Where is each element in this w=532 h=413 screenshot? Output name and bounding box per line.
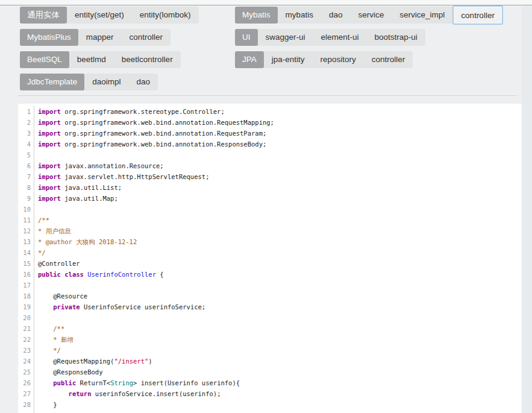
code-line-text[interactable]: import javax.servlet.http.HttpServletReq… <box>34 171 209 182</box>
code-line-text[interactable] <box>34 312 38 323</box>
template-button-service-impl[interactable]: service_impl <box>392 7 452 24</box>
template-button-controller[interactable]: controller <box>364 51 413 68</box>
code-line-text[interactable]: import javax.annotation.Resource; <box>34 160 164 171</box>
line-number: 12 <box>18 225 34 236</box>
template-button-daoimpl[interactable]: daoimpl <box>84 74 128 90</box>
code-line: 24 @RequestMapping("/insert") <box>18 356 522 367</box>
code-line: 12* 用户信息 <box>18 225 522 236</box>
code-token: @Resource <box>38 292 87 300</box>
line-number: 2 <box>18 117 34 128</box>
code-line-text[interactable] <box>34 280 38 291</box>
template-button-entity-lombok[interactable]: entity(lombok) <box>132 7 199 24</box>
code-line: 15@Controller <box>18 258 522 269</box>
code-line-text[interactable]: import org.springframework.stereotype.Co… <box>34 106 225 117</box>
code-line-text[interactable]: @ResponseBody <box>34 367 102 377</box>
code-line-text[interactable]: * 用户信息 <box>34 225 71 236</box>
code-line-text[interactable]: * @author 大狼狗 2018-12-12 <box>34 236 137 247</box>
code-line: 21 /** <box>18 323 522 334</box>
template-button-mapper[interactable]: mapper <box>78 29 122 46</box>
toolbar-group-left-group-0: 通用实体entity(set/get)entity(lombok) <box>20 7 199 24</box>
code-token: ) <box>148 358 152 365</box>
code-line-text[interactable]: * 新增 <box>34 334 74 345</box>
code-token: public <box>53 379 76 386</box>
code-line-text[interactable]: @Controller <box>34 258 80 269</box>
code-line-text[interactable]: private UserinfoService userinfoService; <box>34 301 205 312</box>
line-number: 25 <box>18 367 34 377</box>
template-button-service[interactable]: service <box>351 7 392 24</box>
code-line-text[interactable]: import java.util.Map; <box>34 193 118 204</box>
template-button-jpa-entity[interactable]: jpa-entity <box>264 51 313 68</box>
toolbar-group-jpa: JPAjpa-entityrepositorycontroller <box>235 51 413 68</box>
code-line: 3import org.springframework.web.bind.ann… <box>18 128 522 139</box>
template-button-swagger-ui[interactable]: swagger-ui <box>258 29 313 46</box>
line-number: 11 <box>18 215 34 225</box>
code-token: > insert(Userinfo userinfo){ <box>133 379 240 386</box>
code-line: 2import org.springframework.web.bind.ann… <box>18 117 522 128</box>
code-line-text[interactable]: /** <box>34 323 64 334</box>
template-button-beetlcontroller[interactable]: beetlcontroller <box>114 51 181 68</box>
group-label-left-group-0: 通用实体 <box>20 7 67 24</box>
code-line-text[interactable]: import org.springframework.web.bind.anno… <box>34 139 266 150</box>
code-line: 13* @author 大狼狗 2018-12-12 <box>18 236 522 247</box>
code-token: import <box>38 140 61 148</box>
code-token: org.springframework.web.bind.annotation.… <box>61 140 266 148</box>
code-token: javax.servlet.http.HttpServletRequest; <box>61 173 210 180</box>
code-token: import <box>38 195 61 202</box>
code-line: 18 @Resource <box>18 291 522 301</box>
code-line-text[interactable] <box>34 150 38 160</box>
code-line-text[interactable]: return userinfoService.insert(userinfo); <box>34 388 221 399</box>
code-line-text[interactable]: */ <box>34 345 61 356</box>
code-token: */ <box>38 347 61 354</box>
code-token: userinfoService.insert(userinfo); <box>92 390 221 397</box>
code-line: 25 @ResponseBody <box>18 367 522 377</box>
code-token: org.springframework.web.bind.annotation.… <box>61 119 274 126</box>
code-line-text[interactable]: /** <box>34 215 49 225</box>
group-label-mybatisplus: MybatisPlus <box>20 29 78 46</box>
line-number: 28 <box>18 399 34 410</box>
code-line: 27 return userinfoService.insert(userinf… <box>18 388 522 399</box>
group-label-beetlsql: BeetlSQL <box>20 51 69 68</box>
line-number: 9 <box>18 193 34 204</box>
line-number: 21 <box>18 323 34 334</box>
template-button-entity-set-get[interactable]: entity(set/get) <box>67 7 132 24</box>
code-token: UserinfoController <box>87 271 156 278</box>
code-token: @ResponseBody <box>38 368 102 376</box>
code-token: @Controller <box>38 260 80 267</box>
code-line-text[interactable]: @Resource <box>34 291 87 301</box>
code-token: String <box>110 379 133 386</box>
template-button-dao[interactable]: dao <box>321 7 351 24</box>
template-button-element-ui[interactable]: element-ui <box>313 29 367 46</box>
group-label-jdbctemplate: JdbcTemplate <box>20 74 84 90</box>
scrollbar-track[interactable] <box>522 6 532 413</box>
code-line: 16public class UserinfoController { <box>18 269 522 280</box>
code-token: import <box>38 119 61 126</box>
code-line-text[interactable]: import org.springframework.web.bind.anno… <box>34 128 266 139</box>
code-line-text[interactable]: } <box>34 399 57 410</box>
code-editor[interactable]: 1import org.springframework.stereotype.C… <box>18 104 522 413</box>
code-line: 4import org.springframework.web.bind.ann… <box>18 139 522 150</box>
code-line-text[interactable]: public class UserinfoController { <box>34 269 164 280</box>
code-token: javax.annotation.Resource; <box>61 162 164 169</box>
code-line-text[interactable]: */ <box>34 247 46 258</box>
line-number: 1 <box>18 106 34 117</box>
code-line: 23 */ <box>18 345 522 356</box>
code-line: 14*/ <box>18 247 522 258</box>
template-button-controller[interactable]: controller <box>122 29 171 46</box>
code-line-text[interactable] <box>34 204 38 215</box>
code-line-text[interactable]: public ReturnT<String> insert(Userinfo u… <box>34 377 240 388</box>
line-number: 26 <box>18 377 34 388</box>
template-button-beetlmd[interactable]: beetlmd <box>69 51 114 68</box>
template-button-controller[interactable]: controller <box>452 5 503 25</box>
template-button-repository[interactable]: repository <box>313 51 364 68</box>
code-line-text[interactable]: import java.util.List; <box>34 182 122 193</box>
template-button-dao[interactable]: dao <box>129 74 158 90</box>
code-token: ReturnT< <box>76 379 110 386</box>
code-line: 5 <box>18 150 522 160</box>
line-number: 22 <box>18 334 34 345</box>
toolbar-left-column: 通用实体entity(set/get)entity(lombok)Mybatis… <box>20 7 199 96</box>
template-button-bootstrap-ui[interactable]: bootstrap-ui <box>367 29 425 46</box>
code-line-text[interactable]: @RequestMapping("/insert") <box>34 356 152 367</box>
code-line-text[interactable]: import org.springframework.web.bind.anno… <box>34 117 274 128</box>
template-button-mybatis[interactable]: mybatis <box>278 7 322 24</box>
code-line-text[interactable] <box>34 410 38 413</box>
